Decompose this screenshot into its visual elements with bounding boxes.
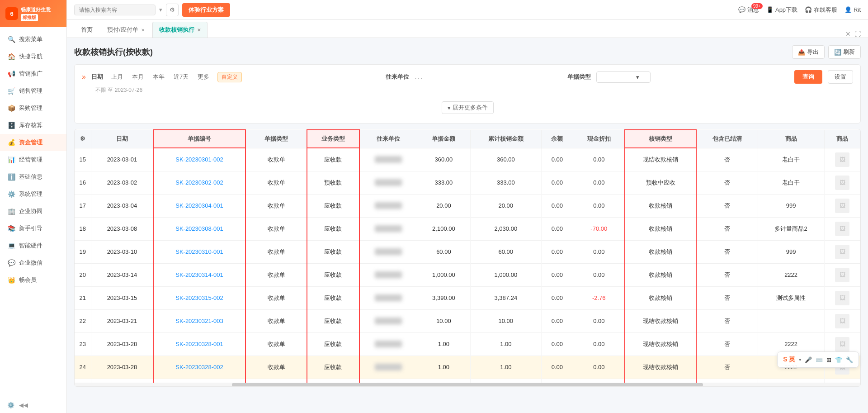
filter-expand-arrow[interactable]: » [82, 73, 86, 81]
tab-home[interactable]: 首页 [74, 22, 99, 38]
sidebar-item-guide[interactable]: 📚新手引导 [0, 220, 66, 237]
message-icon: 💬 [738, 6, 745, 13]
doc-no-link[interactable]: SK-20230301-002 [175, 156, 223, 163]
purchase-icon: 📦 [7, 104, 15, 112]
support-button[interactable]: 🎧 在线客服 [805, 6, 837, 14]
col-partner: ██████ [359, 171, 417, 194]
sidebar-item-inventory[interactable]: 🗄️库存核算 [0, 117, 66, 134]
sidebar-item-member[interactable]: 👑畅会员 [0, 271, 66, 289]
tab-close-all-icon[interactable]: ✕ [845, 30, 851, 38]
main-area: ▾ ⚙ 体验行业方案 💬 消息 99+ 📱 App下载 🎧 在线客服 👤 Rit [67, 0, 868, 413]
tab-receivable-close[interactable]: ✕ [197, 28, 201, 33]
expand-more-btn[interactable]: ▾ 展开更多条件 [442, 101, 494, 114]
user-name-text: Rit [854, 6, 861, 13]
col-doc-type: 收款单 [245, 171, 307, 194]
tab-prepaid-close[interactable]: ✕ [141, 28, 145, 33]
col-product2: 🖼 [824, 309, 860, 332]
industry-button[interactable]: 体验行业方案 [182, 3, 230, 17]
sidebar-item-wechat[interactable]: 💬企业微信 [0, 254, 66, 271]
col-partner: ██████ [359, 286, 417, 309]
col-settings[interactable]: ⚙ [75, 130, 91, 148]
partner-blur: ██████ [375, 364, 402, 370]
horizontal-scrollbar[interactable] [75, 383, 860, 386]
doc-no-link[interactable]: SK-20230315-002 [175, 294, 223, 301]
query-button[interactable]: 查询 [794, 70, 822, 84]
scrollbar-thumb[interactable] [232, 383, 703, 386]
doc-no-link[interactable]: SK-20230304-001 [175, 202, 223, 209]
doc-no-link[interactable]: SK-20230314-001 [175, 271, 223, 278]
col-amount: -2,430.00 [417, 379, 470, 383]
sidebar-item-enterprise[interactable]: 🏢企业协同 [0, 203, 66, 220]
col-date: 2023-03-08 [91, 217, 153, 240]
sidebar-item-quick-nav[interactable]: 🏠快捷导航 [0, 48, 66, 65]
col-amount: 333.00 [417, 171, 470, 194]
doc-no-link[interactable]: SK-20230302-002 [175, 179, 223, 186]
enterprise-icon: 🏢 [7, 208, 15, 215]
sidebar-item-purchase[interactable]: 📦采购管理 [0, 100, 66, 117]
settings-button[interactable]: 设置 [828, 70, 853, 84]
col-include-settled: 否 [696, 286, 758, 309]
date-custom-btn[interactable]: 自定义 [217, 72, 242, 82]
sidebar-label-finance: 资金管理 [19, 138, 42, 147]
sidebar-item-hardware[interactable]: 💻智能硬件 [0, 237, 66, 254]
col-biz-type: 应收款 [307, 356, 359, 379]
date-option-this-month[interactable]: 本月 [129, 72, 146, 82]
date-option-more[interactable]: 更多 [195, 72, 212, 82]
col-settings-icon[interactable]: ⚙ [80, 135, 85, 142]
doc-no-link[interactable]: SK-20230328-002 [175, 364, 223, 370]
sidebar-item-sales[interactable]: 🛒销售管理 [0, 82, 66, 100]
doc-type-select[interactable]: ▾ [596, 71, 651, 83]
corner-mic-icon[interactable]: 🎤 [805, 356, 812, 363]
messages-badge: 99+ [751, 3, 763, 9]
col-biz-type: 应收款 [307, 240, 359, 263]
sidebar-label-inventory: 库存核算 [19, 121, 42, 129]
date-option-7days[interactable]: 近7天 [171, 72, 191, 82]
sidebar-footer[interactable]: ⚙️ ◀◀ [0, 397, 66, 413]
date-option-this-year[interactable]: 本年 [150, 72, 167, 82]
search-input[interactable] [74, 5, 156, 15]
corner-grid-icon[interactable]: ⊞ [826, 356, 831, 363]
export-label: 导出 [807, 48, 819, 56]
corner-shirt-icon[interactable]: 👕 [835, 356, 842, 363]
sidebar-item-basic-info[interactable]: ℹ️基础信息 [0, 168, 66, 185]
sidebar-item-system[interactable]: ⚙️系统管理 [0, 185, 66, 203]
sidebar-label-system: 系统管理 [19, 190, 42, 198]
col-discount: 0.00 [573, 356, 625, 379]
sidebar-label-operation: 经营管理 [19, 156, 42, 164]
corner-tools-icon[interactable]: 🔧 [846, 356, 853, 363]
col-date: 2023-03-28 [91, 332, 153, 356]
corner-keyboard-icon[interactable]: ⌨️ [816, 356, 823, 363]
table-row: 24 2023-03-28 SK-20230328-002 收款单 应收款 ██… [75, 356, 860, 379]
user-name[interactable]: 👤 Rit [844, 6, 861, 13]
col-discount: 0.00 [573, 194, 625, 217]
table-row: 18 2023-03-08 SK-20230308-001 收款单 应收款 ██… [75, 217, 860, 240]
app-download-button[interactable]: 📱 App下载 [766, 6, 797, 14]
date-option-prev-month[interactable]: 上月 [108, 72, 126, 82]
export-button[interactable]: 📤 导出 [792, 45, 825, 59]
main-table: ⚙ 日期 单据编号 单据类型 业务类型 往来单位 单据金额 累计核销金额 余额 … [75, 129, 860, 383]
sidebar-item-finance[interactable]: 💰资金管理 [0, 134, 66, 151]
col-no: 21 [75, 286, 91, 309]
tab-expand-icon[interactable]: ⛶ [854, 30, 861, 38]
col-no: 24 [75, 356, 91, 379]
doc-no-link[interactable]: SK-20230328-001 [175, 341, 223, 347]
collapse-footer-icon[interactable]: ◀◀ [19, 402, 28, 408]
col-verify-type: 收款核销 [625, 286, 696, 309]
messages-button[interactable]: 💬 消息 99+ [738, 6, 759, 14]
gear-icon[interactable]: ⚙ [166, 4, 179, 16]
logo-line1: 畅康道好生意 [21, 6, 51, 13]
doc-no-link[interactable]: SK-20230321-003 [175, 318, 223, 324]
tab-receivable-exec[interactable]: 收款核销执行 ✕ [152, 22, 208, 38]
col-doc-type: 收款单 [245, 332, 307, 356]
col-balance: 余额 [541, 130, 573, 148]
tab-prepaid-invoice[interactable]: 预付/应付单 ✕ [100, 22, 151, 38]
sidebar-item-search-menu[interactable]: 🔍搜索菜单 [0, 31, 66, 48]
refresh-button[interactable]: 🔄 刷新 [828, 45, 861, 59]
sidebar-item-marketing[interactable]: 📢营销推广 [0, 65, 66, 82]
doc-no-link[interactable]: SK-20230308-001 [175, 225, 223, 232]
col-biz-type: 应收款 [307, 148, 359, 171]
table-scroll[interactable]: ⚙ 日期 单据编号 单据类型 业务类型 往来单位 单据金额 累计核销金额 余额 … [75, 129, 860, 383]
sidebar-item-operation[interactable]: 📊经营管理 [0, 151, 66, 168]
doc-no-link[interactable]: SK-20230310-001 [175, 248, 223, 255]
settings-footer-icon[interactable]: ⚙️ [7, 402, 14, 408]
